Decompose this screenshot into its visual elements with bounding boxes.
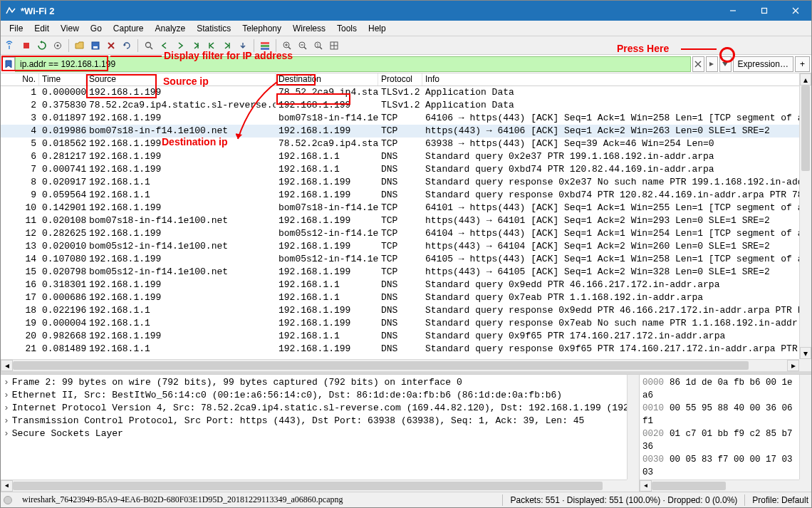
resize-columns-button[interactable] <box>327 38 341 53</box>
filter-history-button[interactable] <box>719 56 732 72</box>
menu-statistics[interactable]: Statistics <box>191 22 236 35</box>
packet-row[interactable]: 40.019986bom07s18-in-f14.1e100.net192.16… <box>1 125 799 138</box>
packet-row[interactable]: 140.107080192.168.1.199bom05s12-in-f14.1… <box>1 253 799 266</box>
menu-view[interactable]: View <box>55 22 85 35</box>
packet-row[interactable]: 170.000686192.168.1.199192.168.1.1DNSSta… <box>1 291 799 304</box>
save-file-button[interactable] <box>88 38 103 53</box>
go-prev-button[interactable] <box>157 38 172 53</box>
packet-list-vscroll[interactable]: ▴ ▾ <box>799 73 811 359</box>
menu-wireless[interactable]: Wireless <box>287 22 331 35</box>
svg-rect-4 <box>24 43 29 48</box>
tree-item[interactable]: ›Ethernet II, Src: BestItWo_56:14:c0 (00… <box>4 389 636 402</box>
wireshark-icon <box>5 5 16 16</box>
details-hscroll[interactable]: ◂▸ <box>1 480 639 492</box>
packet-list-hscroll[interactable]: ◂ ▸ <box>1 359 799 371</box>
packet-row[interactable]: 160.318301192.168.1.199192.168.1.1DNSSta… <box>1 279 799 291</box>
zoom-reset-button[interactable]: 1 <box>311 38 326 53</box>
find-packet-button[interactable] <box>142 38 156 53</box>
menu-capture[interactable]: Capture <box>108 22 150 35</box>
packet-row[interactable]: 110.020108bom07s18-in-f14.1e100.net192.1… <box>1 214 799 227</box>
packet-row[interactable]: 150.020798bom05s12-in-f14.1e100.net192.1… <box>1 266 799 279</box>
packet-row[interactable]: 130.020010bom05s12-in-f14.1e100.net192.1… <box>1 240 799 253</box>
menu-go[interactable]: Go <box>85 22 108 35</box>
hex-line[interactable]: 000086 1d de 0a fb b6 00 1e a6 <box>642 376 808 402</box>
tree-item[interactable]: ›Secure Sockets Layer <box>4 427 636 440</box>
svg-point-11 <box>146 42 151 47</box>
menu-tools[interactable]: Tools <box>331 22 363 35</box>
svg-point-6 <box>57 44 59 46</box>
packet-list[interactable]: No. Time Source Destination Protocol Inf… <box>1 73 811 371</box>
colorize-button[interactable] <box>258 38 272 53</box>
close-button[interactable] <box>780 1 811 21</box>
col-no[interactable]: No. <box>1 73 39 85</box>
packet-row[interactable]: 10.000000192.168.1.19978.52.2ca9.ip4.sta… <box>1 86 799 99</box>
auto-scroll-button[interactable] <box>236 38 250 53</box>
packet-row[interactable]: 100.142901192.168.1.199bom07s18-in-f14.1… <box>1 202 799 214</box>
packet-row[interactable]: 70.000741192.168.1.199192.168.1.1DNSStan… <box>1 163 799 176</box>
packet-row[interactable]: 80.020917192.168.1.1192.168.1.199DNSStan… <box>1 176 799 189</box>
hex-line[interactable]: 003000 05 83 f7 00 00 17 03 03 <box>642 453 808 479</box>
menu-file[interactable]: File <box>4 22 28 35</box>
filter-apply-button[interactable] <box>706 56 718 72</box>
expression-button[interactable]: Expression… <box>733 56 793 72</box>
bytes-hscroll[interactable]: ◂▸ <box>640 480 811 492</box>
svg-line-12 <box>150 47 152 49</box>
packet-row[interactable]: 180.022196192.168.1.1192.168.1.199DNSSta… <box>1 304 799 317</box>
col-info[interactable]: Info <box>422 73 811 85</box>
status-capture-file: wireshark_76423949-B5A9-4EA6-B02D-680F03… <box>22 494 343 505</box>
col-time[interactable]: Time <box>39 73 86 85</box>
filter-clear-button[interactable] <box>692 56 704 72</box>
filter-bookmark-button[interactable] <box>2 57 15 71</box>
packet-row[interactable]: 200.982668192.168.1.199192.168.1.1DNSSta… <box>1 330 799 343</box>
packet-row[interactable]: 20.37583078.52.2ca9.ip4.static.sl-revers… <box>1 99 799 112</box>
open-file-button[interactable] <box>73 38 87 53</box>
packet-row[interactable]: 210.081489192.168.1.1192.168.1.199DNSSta… <box>1 343 799 356</box>
close-file-button[interactable] <box>104 38 118 53</box>
maximize-button[interactable] <box>749 1 780 21</box>
hex-line[interactable]: 001000 55 95 88 40 00 36 06 f1 <box>642 402 808 427</box>
stop-capture-button[interactable] <box>19 38 33 53</box>
tree-item[interactable]: ›Transmission Control Protocol, Src Port… <box>4 415 636 427</box>
menu-telephony[interactable]: Telephony <box>236 22 287 35</box>
scroll-down-icon[interactable]: ▾ <box>800 347 811 359</box>
go-next-button[interactable] <box>173 38 187 53</box>
hex-line[interactable]: 002001 c7 01 bb f9 c2 85 b7 36 <box>642 427 808 453</box>
restart-capture-button[interactable] <box>35 38 49 53</box>
menu-help[interactable]: Help <box>363 22 392 35</box>
scroll-left-icon[interactable]: ◂ <box>1 360 13 371</box>
display-filter-input[interactable] <box>15 56 691 72</box>
menu-analyze[interactable]: Analyze <box>150 22 192 35</box>
packet-row[interactable]: 190.000004192.168.1.1192.168.1.199DNSSta… <box>1 317 799 330</box>
minimize-button[interactable] <box>717 1 749 21</box>
scroll-up-icon[interactable]: ▴ <box>800 73 811 85</box>
zoom-in-button[interactable] <box>280 38 294 53</box>
packet-row[interactable]: 90.059564192.168.1.1192.168.1.199DNSStan… <box>1 189 799 202</box>
go-to-packet-button[interactable] <box>189 38 203 53</box>
col-protocol[interactable]: Protocol <box>378 73 422 85</box>
menu-edit[interactable]: Edit <box>28 22 55 35</box>
tree-item[interactable]: ›Frame 2: 99 bytes on wire (792 bits), 9… <box>4 376 636 389</box>
status-profile[interactable]: Profile: Default <box>752 495 808 505</box>
menu-bar: FileEditViewGoCaptureAnalyzeStatisticsTe… <box>1 21 811 36</box>
reload-button[interactable] <box>120 38 134 53</box>
packet-row[interactable]: 50.018562192.168.1.19978.52.2ca9.ip4.sta… <box>1 138 799 150</box>
packet-row[interactable]: 30.011897192.168.1.199bom07s18-in-f14.1e… <box>1 112 799 125</box>
packet-details-pane[interactable]: ›Frame 2: 99 bytes on wire (792 bits), 9… <box>1 375 639 492</box>
packet-list-header: No. Time Source Destination Protocol Inf… <box>1 73 811 86</box>
svg-line-22 <box>288 47 291 49</box>
start-capture-button[interactable] <box>4 38 18 53</box>
expert-info-icon[interactable] <box>4 496 12 504</box>
go-last-button[interactable] <box>220 38 234 53</box>
col-destination[interactable]: Destination <box>276 73 378 85</box>
capture-options-button[interactable] <box>51 38 65 53</box>
go-first-button[interactable] <box>204 38 219 53</box>
svg-rect-18 <box>261 48 269 50</box>
packet-row[interactable]: 60.281217192.168.1.199192.168.1.1DNSStan… <box>1 150 799 163</box>
scroll-right-icon[interactable]: ▸ <box>787 360 799 371</box>
col-source[interactable]: Source <box>86 73 276 85</box>
packet-row[interactable]: 120.282625192.168.1.199bom05s12-in-f14.1… <box>1 227 799 240</box>
packet-bytes-pane[interactable]: 000086 1d de 0a fb b6 00 1e a6001000 55 … <box>639 375 811 492</box>
add-filter-button[interactable]: + <box>795 56 810 72</box>
tree-item[interactable]: ›Internet Protocol Version 4, Src: 78.52… <box>4 402 636 415</box>
zoom-out-button[interactable] <box>296 38 310 53</box>
